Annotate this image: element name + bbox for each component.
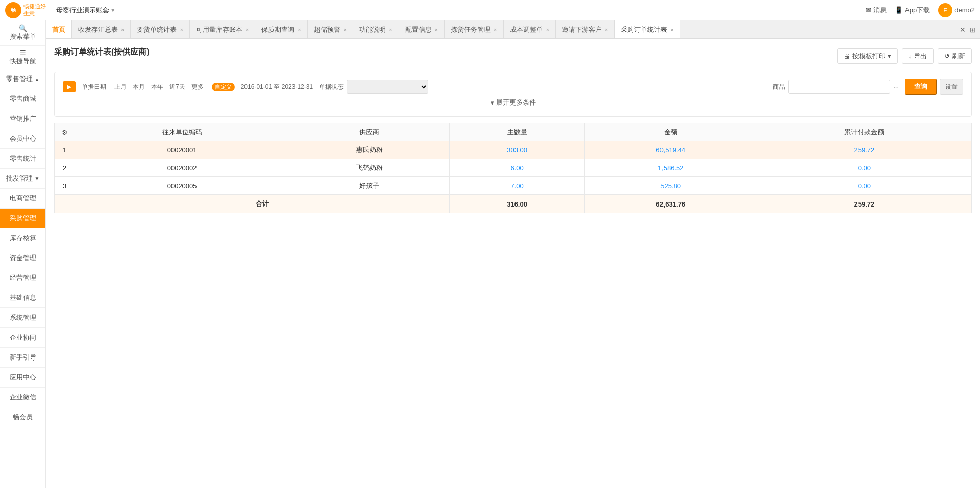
shortcut-more[interactable]: 更多 bbox=[189, 82, 206, 92]
more-options-icon[interactable]: ··· bbox=[893, 83, 899, 91]
content-area: 首页 收发存汇总表 × 要货单统计表 × 可用量库存账本 × 保质期查询 × 超… bbox=[46, 20, 980, 488]
sidebar-item-retail-stat[interactable]: 零售统计 bbox=[0, 149, 45, 169]
sidebar-label: 零售统计 bbox=[10, 154, 36, 163]
status-select[interactable] bbox=[347, 80, 428, 94]
qty-link[interactable]: 303.00 bbox=[507, 146, 527, 154]
sidebar-item-vip-member[interactable]: 畅会员 bbox=[0, 407, 45, 427]
tab-home[interactable]: 首页 bbox=[46, 20, 72, 39]
paid-link[interactable]: 0.00 bbox=[858, 182, 871, 190]
tab-close-all-button[interactable]: ✕ bbox=[960, 25, 966, 34]
filter-row: ▶ 单据日期 上月 本月 本年 近7天 更多 自定义 2016-01-01 至 … bbox=[63, 79, 963, 95]
refresh-button[interactable]: ↺ 刷新 bbox=[938, 48, 972, 64]
sidebar-item-sys-manage[interactable]: 系统管理 bbox=[0, 308, 45, 328]
tab-inventory-book[interactable]: 可用量库存账本 × bbox=[190, 20, 255, 39]
sidebar-search[interactable]: 🔍 搜索菜单 bbox=[0, 20, 45, 46]
tab-warranty-query[interactable]: 保质期查询 × bbox=[255, 20, 307, 39]
tab-label: 成本调整单 bbox=[510, 25, 543, 34]
tab-cost-adjust[interactable]: 成本调整单 × bbox=[504, 20, 556, 39]
sidebar-item-finance-manage[interactable]: 资金管理 bbox=[0, 248, 45, 268]
sidebar-quick-nav[interactable]: ☰ 快捷导航 bbox=[0, 46, 45, 69]
sidebar-item-retail-shop[interactable]: 零售商城 bbox=[0, 89, 45, 109]
table-row: 2 00020002 飞鹤奶粉 6.00 1,586.52 0.00 bbox=[55, 159, 972, 177]
tab-close-icon[interactable]: × bbox=[298, 27, 301, 33]
expand-more-button[interactable]: ▾ 展开更多条件 bbox=[63, 95, 963, 110]
tab-close-icon[interactable]: × bbox=[389, 27, 392, 33]
shortcut-this-year[interactable]: 本年 bbox=[149, 82, 165, 92]
date-shortcuts: 上月 本月 本年 近7天 更多 bbox=[112, 82, 206, 92]
tab-label: 首页 bbox=[52, 25, 65, 34]
export-button[interactable]: ↓ 导出 bbox=[902, 48, 934, 64]
tab-pick-task[interactable]: 拣货任务管理 × bbox=[445, 20, 503, 39]
tab-label: 保质期查询 bbox=[261, 25, 295, 34]
tab-label: 采购订单统计表 bbox=[621, 25, 667, 34]
tab-close-icon[interactable]: × bbox=[546, 27, 549, 33]
tab-close-icon[interactable]: × bbox=[435, 27, 438, 33]
sidebar-item-enterprise-wechat[interactable]: 企业微信 bbox=[0, 388, 45, 407]
tab-label: 邀请下游客户 bbox=[562, 25, 602, 34]
paid-link[interactable]: 0.00 bbox=[858, 164, 871, 172]
sidebar-item-retail-manage[interactable]: 零售管理 ▲ bbox=[0, 69, 45, 89]
sidebar-item-purchase-manage[interactable]: 采购管理 bbox=[0, 209, 45, 228]
company-selector[interactable]: 母婴行业演示账套 ▾ bbox=[56, 6, 861, 15]
sidebar-item-marketing[interactable]: 营销推广 bbox=[0, 109, 45, 129]
sidebar-item-enterprise-coop[interactable]: 企业协同 bbox=[0, 328, 45, 348]
tab-config-info[interactable]: 配置信息 × bbox=[399, 20, 445, 39]
goods-input[interactable] bbox=[788, 80, 890, 94]
sidebar-item-basic-info[interactable]: 基础信息 bbox=[0, 288, 45, 308]
tab-invite-downstream[interactable]: 邀请下游客户 × bbox=[556, 20, 615, 39]
amount-link[interactable]: 1,586.52 bbox=[658, 164, 684, 172]
settings-button[interactable]: 设置 bbox=[940, 79, 963, 95]
message-icon: ✉ bbox=[866, 6, 871, 14]
print-button[interactable]: 🖨 按模板打印 ▾ bbox=[837, 48, 898, 64]
sidebar-item-ecom-manage[interactable]: 电商管理 bbox=[0, 189, 45, 209]
col-header-supplier: 供应商 bbox=[289, 123, 450, 141]
tab-close-icon[interactable]: × bbox=[670, 27, 673, 33]
chevron-down-icon: ▾ bbox=[491, 99, 494, 107]
amount-link[interactable]: 525.80 bbox=[660, 182, 681, 190]
tab-close-icon[interactable]: × bbox=[344, 27, 347, 33]
tab-purchase-order-stat[interactable]: 采购订单统计表 × bbox=[615, 20, 680, 39]
shortcut-7days[interactable]: 近7天 bbox=[167, 82, 187, 92]
tab-label: 收发存汇总表 bbox=[78, 25, 118, 34]
sidebar-item-ops-manage[interactable]: 经营管理 bbox=[0, 268, 45, 288]
search-button[interactable]: 查询 bbox=[905, 79, 937, 95]
page-content: 采购订单统计表(按供应商) 🖨 按模板打印 ▾ ↓ 导出 ↺ 刷新 bbox=[46, 39, 980, 488]
tab-close-icon[interactable]: × bbox=[180, 27, 183, 33]
sidebar-item-member-center[interactable]: 会员中心 bbox=[0, 129, 45, 149]
status-filter: 单据状态 bbox=[319, 80, 428, 94]
tab-close-icon[interactable]: × bbox=[494, 27, 497, 33]
sidebar-search-label: 搜索菜单 bbox=[3, 32, 42, 41]
tab-receive-send[interactable]: 收发存汇总表 × bbox=[72, 20, 131, 39]
footer-paid: 259.72 bbox=[757, 195, 971, 213]
tab-expand-button[interactable]: ⊞ bbox=[970, 25, 976, 34]
sidebar-item-wholesale-manage[interactable]: 批发管理 ▼ bbox=[0, 169, 45, 189]
sidebar-label: 电商管理 bbox=[10, 194, 36, 203]
amount-link[interactable]: 60,519.44 bbox=[656, 146, 685, 154]
tab-overstock-warning[interactable]: 超储预警 × bbox=[308, 20, 353, 39]
shortcut-this-month[interactable]: 本月 bbox=[131, 82, 147, 92]
tab-close-icon[interactable]: × bbox=[605, 27, 608, 33]
user-profile[interactable]: E demo2 bbox=[938, 3, 975, 17]
sidebar-item-new-guide[interactable]: 新手引导 bbox=[0, 348, 45, 368]
filter-toggle-button[interactable]: ▶ bbox=[63, 81, 76, 92]
qty-link[interactable]: 6.00 bbox=[510, 164, 523, 172]
tab-close-icon[interactable]: × bbox=[246, 27, 249, 33]
qty-link[interactable]: 7.00 bbox=[510, 182, 523, 190]
logo-area: 畅 畅捷通好生意 bbox=[5, 2, 51, 18]
sidebar-label: 零售商城 bbox=[10, 94, 36, 104]
refresh-label: 刷新 bbox=[952, 52, 965, 61]
sidebar-item-inventory-check[interactable]: 库存核算 bbox=[0, 228, 45, 248]
shortcut-prev-month[interactable]: 上月 bbox=[112, 82, 129, 92]
app-download-button[interactable]: 📱 App下载 bbox=[895, 6, 930, 15]
paid-link[interactable]: 259.72 bbox=[854, 146, 874, 154]
sidebar-item-app-center[interactable]: 应用中心 bbox=[0, 368, 45, 388]
row-paid: 0.00 bbox=[757, 159, 971, 177]
tab-close-icon[interactable]: × bbox=[121, 27, 124, 33]
date-custom-badge[interactable]: 自定义 bbox=[212, 83, 235, 91]
table-settings-col[interactable]: ⚙ bbox=[55, 123, 75, 141]
row-qty: 7.00 bbox=[450, 177, 584, 195]
sidebar-label: 批发管理 bbox=[6, 174, 33, 183]
tab-goods-stat[interactable]: 要货单统计表 × bbox=[131, 20, 189, 39]
tab-function-desc[interactable]: 功能说明 × bbox=[353, 20, 399, 39]
message-button[interactable]: ✉ 消息 bbox=[866, 6, 887, 15]
